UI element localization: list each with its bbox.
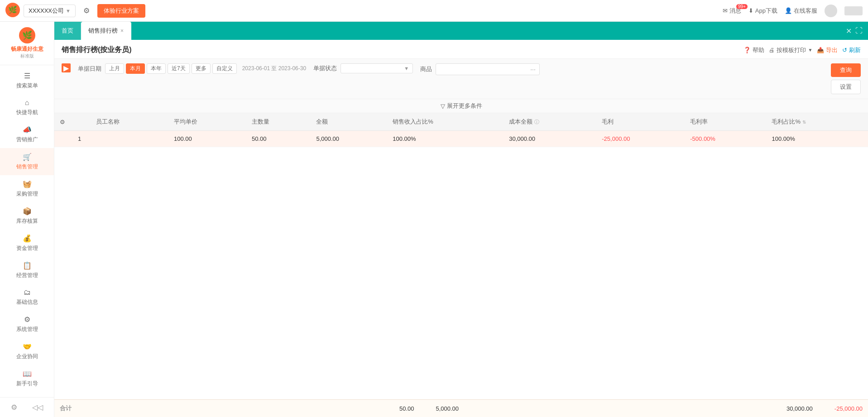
date-btn-custom[interactable]: 自定义 — [212, 63, 237, 74]
footer-label: 合计 — [60, 404, 72, 412]
page-title: 销售排行榜(按业务员) — [62, 45, 132, 55]
sales-icon: 🛒 — [23, 153, 32, 161]
sidebar-item-quicknav[interactable]: ⌂ 快捷导航 — [0, 94, 54, 121]
cost-info-icon[interactable]: ⓘ — [534, 119, 539, 125]
sidebar-item-purchase[interactable]: 🧺 采购管理 — [0, 175, 54, 202]
sidebar-brand-icon: 🌿 — [19, 27, 35, 43]
date-range-display: 2023-06-01 至 2023-06-30 — [242, 65, 306, 72]
sidebar-item-basic[interactable]: 🗂 基础信息 — [0, 284, 54, 311]
cell-avg-price: 100.00 — [168, 131, 246, 147]
tab-close-window-icon[interactable]: ✕ — [846, 27, 852, 35]
cell-gross: -25,000.00 — [596, 131, 685, 147]
trial-button[interactable]: 体验行业方案 — [97, 4, 145, 18]
company-select[interactable]: XXXXXX公司 ▼ — [24, 5, 76, 17]
tab-right-controls: ✕ ⛶ — [846, 27, 868, 35]
date-btn-this-year[interactable]: 本年 — [147, 63, 166, 74]
message-icon: ✉ — [723, 7, 728, 14]
help-icon: ❓ — [743, 47, 751, 53]
tab-close-icon[interactable]: × — [120, 28, 124, 34]
date-btn-last-month[interactable]: 上月 — [105, 63, 124, 74]
online-service-label: 在线客服 — [794, 7, 817, 15]
print-arrow-icon: ▼ — [808, 48, 812, 53]
tab-current-label: 销售排行榜 — [88, 27, 118, 35]
purchase-icon: 🧺 — [23, 180, 32, 188]
print-btn[interactable]: 🖨 按模板打印 ▼ — [769, 46, 812, 54]
search-menu-icon: ☰ — [24, 72, 30, 80]
company-name: XXXXXX公司 — [29, 7, 64, 15]
col-settings-icon[interactable]: ⚙ — [60, 119, 65, 125]
print-label: 按模板打印 — [777, 46, 806, 54]
quicknav-icon: ⌂ — [25, 99, 29, 107]
sidebar-item-inventory[interactable]: 📦 库存核算 — [0, 202, 54, 230]
sidebar-item-apps[interactable]: 📱 应用中心 — [0, 392, 54, 397]
print-icon: 🖨 — [769, 47, 775, 53]
app-download-btn[interactable]: ⬇ App下载 — [748, 7, 777, 15]
guide-icon: 📖 — [23, 369, 32, 378]
sidebar-label-inventory: 库存核算 — [16, 217, 38, 225]
sidebar-collapse-btn[interactable]: ◁◁ — [30, 401, 45, 413]
sidebar-label-quicknav: 快捷导航 — [16, 109, 38, 116]
expand-more-btn[interactable]: ▽ 展开更多条件 — [441, 102, 482, 110]
sidebar: 🌿 畅康通好生意 标准版 ☰ 搜索菜单 ⌂ 快捷导航 📣 营销推广 � — [0, 22, 54, 417]
cell-amount: 5,000.00 — [311, 131, 387, 147]
sidebar-gear-btn[interactable]: ⚙ — [9, 401, 19, 413]
sidebar-label-sales: 销售管理 — [16, 163, 38, 171]
tab-maximize-icon[interactable]: ⛶ — [855, 27, 863, 35]
sidebar-item-marketing[interactable]: 📣 营销推广 — [0, 121, 54, 148]
online-service-btn[interactable]: 👤 在线客服 — [785, 7, 817, 15]
goods-more-icon[interactable]: ··· — [530, 66, 536, 73]
brand-section: 🌿 畅康通好生意 标准版 — [0, 22, 54, 65]
sidebar-item-guide[interactable]: 📖 新手引导 — [0, 365, 54, 392]
date-btn-this-month[interactable]: 本月 — [126, 63, 145, 74]
filter-expand-icon[interactable]: ▶ — [62, 63, 71, 72]
table-footer: 合计 50.00 5,000.00 30,000.00 -25,000.00 — [54, 399, 868, 417]
table-row: 1 100.00 50.00 5,000.00 100.00% 30,000.0… — [54, 131, 868, 147]
cell-cost: 30,000.00 — [504, 131, 596, 147]
goods-filter-label: 商品 — [420, 65, 432, 73]
sidebar-label-marketing: 营销推广 — [16, 136, 38, 144]
filter-bar: ▶ 单据日期 上月 本月 本年 近7天 更多 自定义 2023-06-01 至 … — [54, 59, 868, 99]
brand-sub: 标准版 — [20, 53, 34, 59]
status-select[interactable]: ▼ — [340, 63, 413, 73]
top-bar: 🌿 XXXXXX公司 ▼ ⚙ 体验行业方案 ✉ 消息 99+ ⬇ App下载 👤… — [0, 0, 868, 22]
sidebar-item-collab[interactable]: 🤝 企业协同 — [0, 338, 54, 365]
settings-icon[interactable]: ⚙ — [79, 4, 94, 18]
download-icon: ⬇ — [748, 7, 753, 14]
refresh-label: 刷新 — [849, 47, 861, 53]
goods-input-wrapper: ··· — [436, 63, 540, 75]
gross-pct-sort-icon[interactable]: ⇅ — [802, 120, 806, 125]
user-avatar[interactable] — [825, 5, 837, 17]
goods-input[interactable] — [440, 66, 530, 73]
col-name: 员工名称 — [91, 113, 168, 131]
cell-qty: 50.00 — [246, 131, 311, 147]
tab-home[interactable]: 首页 — [54, 22, 81, 40]
sidebar-item-operations[interactable]: 📋 经营管理 — [0, 257, 54, 284]
sidebar-item-search[interactable]: ☰ 搜索菜单 — [0, 67, 54, 94]
operations-icon: 📋 — [23, 261, 32, 270]
cell-gross-pct: 100.00% — [766, 131, 868, 147]
col-settings: ⚙ — [54, 113, 72, 131]
app-wrapper: 🌿 XXXXXX公司 ▼ ⚙ 体验行业方案 ✉ 消息 99+ ⬇ App下载 👤… — [0, 0, 868, 417]
query-button[interactable]: 查询 — [831, 63, 861, 77]
settings-button[interactable]: 设置 — [831, 80, 861, 94]
cell-name — [91, 131, 168, 147]
col-gross-rate: 毛利率 — [685, 113, 766, 131]
notification-btn[interactable]: ✉ 消息 99+ — [723, 7, 741, 15]
date-buttons: 上月 本月 本年 近7天 更多 自定义 — [105, 63, 237, 74]
sidebar-item-system[interactable]: ⚙ 系统管理 — [0, 311, 54, 338]
tab-sales-ranking[interactable]: 销售排行榜 × — [81, 22, 131, 40]
col-rank — [72, 113, 91, 131]
date-btn-more[interactable]: 更多 — [192, 63, 211, 74]
date-btn-7days[interactable]: 近7天 — [168, 63, 190, 74]
help-label: 帮助 — [753, 46, 764, 54]
help-btn[interactable]: ❓ 帮助 — [743, 46, 764, 54]
top-right-actions: ✉ 消息 99+ ⬇ App下载 👤 在线客服 — [723, 5, 863, 17]
sidebar-item-finance[interactable]: 💰 资金管理 — [0, 230, 54, 257]
refresh-btn[interactable]: ↺ 刷新 — [842, 46, 861, 54]
sidebar-label-guide: 新手引导 — [16, 380, 38, 388]
rankings-table: ⚙ 员工名称 平均单价 主数量 全额 销售收入占比% 成本全额 ⓘ — [54, 113, 868, 147]
sidebar-item-sales[interactable]: 🛒 销售管理 — [0, 148, 54, 175]
service-icon: 👤 — [785, 7, 792, 14]
export-btn[interactable]: 📤 导出 — [817, 46, 838, 54]
col-cost: 成本全额 ⓘ — [504, 113, 596, 131]
